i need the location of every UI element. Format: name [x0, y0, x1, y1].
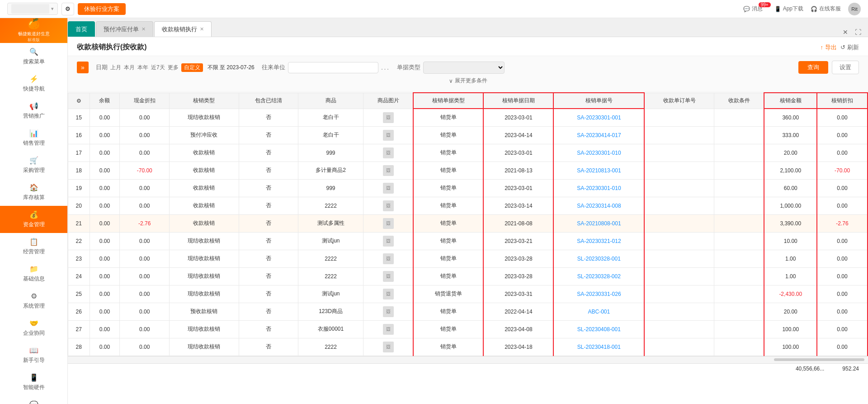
- doc-no-link[interactable]: SA-20230301-010: [577, 185, 621, 191]
- sidebar-item-guide[interactable]: 📖 新手引导: [0, 342, 67, 369]
- cell-type: 现结收款核销: [170, 250, 239, 267]
- date-7days[interactable]: 近7天: [151, 64, 165, 71]
- cell-doc-no[interactable]: SA-20210808-001: [553, 214, 644, 232]
- date-this-month[interactable]: 本月: [124, 64, 135, 71]
- sidebar-item-hardware[interactable]: 📱 智能硬件: [0, 369, 67, 396]
- export-button[interactable]: ↑ 导出: [821, 43, 837, 52]
- tab-home[interactable]: 首页: [68, 21, 95, 37]
- tab-prepay-close[interactable]: ✕: [142, 26, 146, 32]
- cell-doc-type: 销货单: [413, 232, 483, 250]
- cell-product: 999: [298, 179, 363, 197]
- doc-no-link[interactable]: SL-20230328-001: [577, 256, 621, 262]
- tab-prepay[interactable]: 预付冲应付单 ✕: [96, 21, 153, 37]
- cell-doc-no[interactable]: SL-20230328-001: [553, 250, 644, 267]
- sidebar-item-marketing[interactable]: 📢 营销推广: [0, 97, 67, 124]
- cell-doc-no[interactable]: SA-20230301-010: [553, 144, 644, 162]
- sidebar-item-wechat[interactable]: 💬 企业微信: [0, 396, 67, 404]
- doc-no-link[interactable]: SA-20230321-012: [577, 238, 621, 244]
- cell-type: 收款核销: [170, 179, 239, 197]
- window-max-btn[interactable]: ⛶: [854, 28, 863, 37]
- doc-no-link[interactable]: SA-20210808-001: [577, 220, 621, 227]
- window-close-btn[interactable]: ✕: [841, 28, 850, 37]
- cell-doc-no[interactable]: SA-20230321-012: [553, 232, 644, 250]
- layout: 🍊 畅捷账道好生意 标准版 🔍 搜索菜单 ⚡ 快捷导航 📢 营销推广 📊 销售管…: [0, 18, 868, 404]
- online-service-button[interactable]: 🎧 在线客服: [811, 5, 841, 13]
- sidebar-basic-info-label: 基础信息: [23, 275, 45, 283]
- gear-button[interactable]: ⚙: [61, 3, 74, 15]
- doc-no-link[interactable]: SL-20230328-002: [577, 273, 621, 280]
- sidebar-item-system[interactable]: ⚙ 系统管理: [0, 287, 67, 314]
- tab-collection-close[interactable]: ✕: [200, 26, 204, 32]
- cell-cash-discount: 0.00: [120, 338, 170, 356]
- sidebar-item-quick-nav[interactable]: ⚡ 快捷导航: [0, 70, 67, 97]
- settings-button[interactable]: 设置: [832, 61, 859, 74]
- doc-no-link[interactable]: SA-20230414-017: [577, 132, 621, 138]
- sidebar-finance-label: 资金管理: [23, 221, 45, 228]
- col-amount: 核销金额: [764, 93, 817, 109]
- quick-nav-icon: ⚡: [29, 75, 38, 83]
- table-body: 15 0.00 0.00 现结收款核销 否 老白干 🖼 销货单 2023-03-…: [68, 109, 868, 356]
- doc-no-link[interactable]: SL-20230418-001: [577, 344, 621, 350]
- date-last-month[interactable]: 上月: [110, 64, 121, 71]
- cell-no: 24: [68, 267, 90, 285]
- cell-doc-no[interactable]: SL-20230408-001: [553, 320, 644, 338]
- sidebar-item-basic-info[interactable]: 📁 基础信息: [0, 260, 67, 287]
- cell-doc-no[interactable]: ABC-001: [553, 303, 644, 320]
- date-options: 上月 本月 本年 近7天 更多 自定义: [110, 63, 203, 72]
- cell-doc-no[interactable]: SA-20230331-026: [553, 285, 644, 303]
- cell-balance: 0.00: [90, 338, 120, 356]
- date-this-year[interactable]: 本年: [137, 64, 148, 71]
- sidebar-item-inventory[interactable]: 🏠 库存核算: [0, 179, 67, 206]
- refresh-button[interactable]: ↺ 刷新: [840, 43, 859, 52]
- cell-product: 2222: [298, 338, 363, 356]
- sidebar-item-sales[interactable]: 📊 销售管理: [0, 124, 67, 152]
- app-selector[interactable]: ▾: [7, 3, 58, 15]
- doc-no-link[interactable]: SA-20230331-026: [577, 291, 621, 297]
- doc-no-link[interactable]: SA-20230314-008: [577, 203, 621, 209]
- sidebar-item-search[interactable]: 🔍 搜索菜单: [0, 43, 67, 70]
- cell-included: 否: [239, 179, 298, 197]
- table-row: 18 0.00 -70.00 收款核销 否 多计量商品2 🖼 销货单 2021-…: [68, 162, 868, 179]
- cell-cash-discount: 0.00: [120, 197, 170, 214]
- cell-product: 多计量商品2: [298, 162, 363, 179]
- cell-no: 25: [68, 285, 90, 303]
- sidebar-item-finance[interactable]: 💰 资金管理: [0, 206, 67, 233]
- doc-no-link[interactable]: SA-20230301-001: [577, 114, 621, 121]
- sidebar-item-purchase[interactable]: 🛒 采购管理: [0, 152, 67, 179]
- date-custom-btn[interactable]: 自定义: [181, 63, 203, 72]
- voucher-type-select[interactable]: [423, 62, 505, 74]
- horizontal-scrollbar[interactable]: [68, 356, 868, 363]
- user-avatar[interactable]: Rit: [848, 3, 861, 15]
- doc-no-link[interactable]: SA-20230301-010: [577, 150, 621, 156]
- cell-doc-no[interactable]: SA-20230414-017: [553, 126, 644, 144]
- expand-more-bar[interactable]: ∨ 展开更多条件: [77, 74, 859, 87]
- app-download-button[interactable]: 📱 App下载: [774, 5, 803, 13]
- cell-order-no: [644, 285, 714, 303]
- col-settings[interactable]: ⚙: [68, 93, 90, 109]
- query-button[interactable]: 查询: [798, 61, 828, 74]
- doc-no-link[interactable]: SA-20210813-001: [577, 167, 621, 174]
- date-more[interactable]: 更多: [168, 64, 179, 71]
- cell-order-no: [644, 232, 714, 250]
- app-download-label: App下载: [783, 5, 803, 13]
- doc-no-link[interactable]: ABC-001: [588, 309, 610, 315]
- content-header: 收款核销执行(按收款) ↑ 导出 ↺ 刷新: [68, 37, 868, 56]
- cell-amount: 1.00: [764, 267, 817, 285]
- doc-no-link[interactable]: SL-20230408-001: [577, 326, 621, 333]
- sidebar-item-enterprise[interactable]: 🤝 企业协同: [0, 314, 67, 342]
- tab-collection[interactable]: 收款核销执行 ✕: [154, 21, 212, 37]
- cell-doc-no[interactable]: SA-20230301-010: [553, 179, 644, 197]
- cell-doc-no[interactable]: SA-20210813-001: [553, 162, 644, 179]
- cell-doc-no[interactable]: SL-20230418-001: [553, 338, 644, 356]
- industry-button[interactable]: 休验行业方案: [78, 3, 126, 15]
- from-unit-input[interactable]: [288, 62, 378, 73]
- online-service-label: 在线客服: [819, 5, 841, 13]
- messages-button[interactable]: 💬 消息 99+: [743, 5, 767, 13]
- app-logo: 🍊 畅捷账道好生意 标准版: [0, 18, 67, 43]
- cell-doc-no[interactable]: SA-20230301-001: [553, 109, 644, 126]
- cell-doc-no[interactable]: SL-20230328-002: [553, 267, 644, 285]
- cell-doc-no[interactable]: SA-20230314-008: [553, 197, 644, 214]
- sidebar-item-operations[interactable]: 📋 经营管理: [0, 233, 67, 260]
- filter-expand-btn[interactable]: »: [77, 62, 89, 73]
- cell-cash-discount: -2.76: [120, 214, 170, 232]
